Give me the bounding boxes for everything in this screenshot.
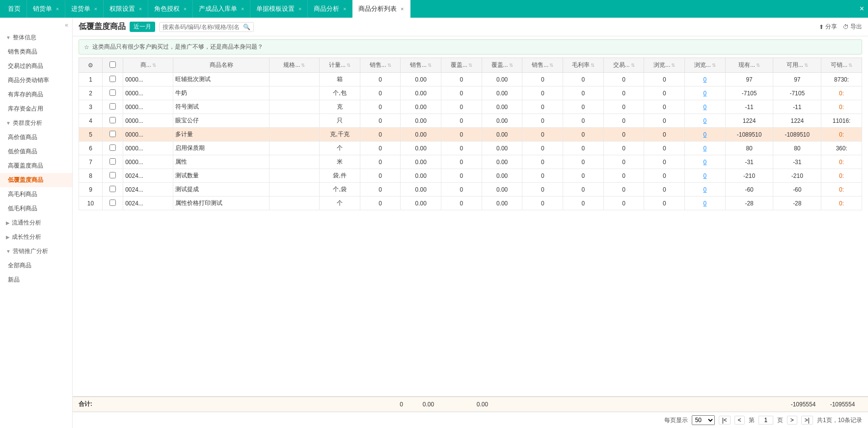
table-wrapper[interactable]: ⚙ 商...⇅ 商品名称 规格...⇅ 计量...⇅ 销售...⇅ 销售...⇅… <box>73 57 868 396</box>
sidebar-item-stock-funds[interactable]: 库存资金占用 <box>0 102 72 116</box>
cell-check[interactable] <box>103 86 123 100</box>
nav-stock-in-close[interactable]: × <box>241 6 244 12</box>
sidebar-item-stock-goods[interactable]: 有库存的商品 <box>0 87 72 102</box>
th-sales3[interactable]: 销售...⇅ <box>522 58 563 73</box>
cell-check[interactable] <box>103 73 123 86</box>
cell-check[interactable] <box>103 114 123 128</box>
cell-check[interactable] <box>103 128 123 142</box>
th-trade[interactable]: 交易...⇅ <box>603 58 644 73</box>
sidebar-item-low-margin[interactable]: 低毛利商品 <box>0 201 72 216</box>
nav-goods-analysis-list[interactable]: 商品分析列表 × <box>353 0 410 18</box>
th-check[interactable] <box>103 58 123 73</box>
cell-view2[interactable]: 0 <box>685 197 726 210</box>
th-cov2[interactable]: 覆盖...⇅ <box>482 58 522 73</box>
nav-stock-in[interactable]: 产成品入库单 × <box>193 0 250 18</box>
cell-check[interactable] <box>103 142 123 155</box>
sidebar-section-overall[interactable]: ▼ 整体信息 <box>0 30 72 45</box>
sidebar-item-high-margin[interactable]: 高毛利商品 <box>0 187 72 201</box>
th-sales1[interactable]: 销售...⇅ <box>360 58 401 73</box>
cell-view2[interactable]: 0 <box>685 142 726 155</box>
th-cov1[interactable]: 覆盖...⇅ <box>441 58 482 73</box>
cell-view2[interactable]: 0 <box>685 86 726 100</box>
sidebar-item-all-goods[interactable]: 全部商品 <box>0 258 72 273</box>
last-page-btn[interactable]: >| <box>801 416 813 425</box>
th-unit[interactable]: 计量...⇅ <box>320 58 360 73</box>
row-checkbox[interactable] <box>109 158 116 165</box>
th-view1[interactable]: 浏览...⇅ <box>644 58 685 73</box>
period-button[interactable]: 近一月 <box>130 22 155 32</box>
export-button[interactable]: ⏱ 导出 <box>843 23 862 31</box>
nav-goods-analysis-list-close[interactable]: × <box>401 6 404 12</box>
nav-permissions-close[interactable]: × <box>139 6 142 12</box>
select-all-checkbox[interactable] <box>109 61 116 68</box>
nav-template-close[interactable]: × <box>298 6 301 12</box>
sidebar-item-high-coverage[interactable]: 高覆盖度商品 <box>0 159 72 173</box>
cell-view2[interactable]: 0 <box>685 155 726 169</box>
cell-check[interactable] <box>103 183 123 197</box>
current-page-input[interactable] <box>759 416 773 425</box>
cell-check[interactable] <box>103 169 123 183</box>
cell-view2[interactable]: 0 <box>685 73 726 86</box>
th-settings[interactable]: ⚙ <box>79 58 103 73</box>
sidebar-section-flow[interactable]: ▶ 流通性分析 <box>0 216 72 230</box>
nav-purchase-close[interactable]: × <box>94 6 97 12</box>
nav-roles-close[interactable]: × <box>184 6 187 12</box>
sidebar-item-category-rate[interactable]: 商品分类动销率 <box>0 73 72 87</box>
search-icon[interactable]: 🔍 <box>243 24 250 30</box>
nav-sales[interactable]: 销货单 × <box>27 0 65 18</box>
sidebar-section-cluster[interactable]: ▼ 类群度分析 <box>0 116 72 130</box>
cell-trade: 0 <box>603 114 644 128</box>
th-avail[interactable]: 可销...⇅ <box>821 58 862 73</box>
row-checkbox[interactable] <box>109 89 116 96</box>
cell-view2[interactable]: 0 <box>685 128 726 142</box>
cell-view2[interactable]: 0 <box>685 169 726 183</box>
gear-icon[interactable]: ⚙ <box>88 62 93 69</box>
sidebar-collapse-btn[interactable]: « <box>0 20 72 30</box>
nav-sales-close[interactable]: × <box>56 6 59 12</box>
next-page-btn[interactable]: > <box>787 416 797 425</box>
prev-page-btn[interactable]: < <box>734 416 745 425</box>
window-close-icon[interactable]: × <box>860 4 864 13</box>
th-code[interactable]: 商...⇅ <box>123 58 173 73</box>
sidebar-item-traded-goods[interactable]: 交易过的商品 <box>0 59 72 73</box>
nav-home[interactable]: 首页 <box>2 0 27 18</box>
th-stock2[interactable]: 可用...⇅ <box>773 58 821 73</box>
share-button[interactable]: ⬆ 分享 <box>819 23 837 31</box>
nav-purchase[interactable]: 进货单 × <box>65 0 104 18</box>
th-margin[interactable]: 毛利率⇅ <box>563 58 604 73</box>
nav-goods-analysis[interactable]: 商品分析 × <box>308 0 353 18</box>
sidebar-item-low-coverage[interactable]: 低覆盖度商品 <box>0 173 72 187</box>
row-checkbox[interactable] <box>109 76 116 82</box>
cell-check[interactable] <box>103 197 123 210</box>
row-checkbox[interactable] <box>109 186 116 192</box>
sidebar-item-new-goods[interactable]: 新品 <box>0 273 72 287</box>
first-page-btn[interactable]: |< <box>719 416 731 425</box>
row-checkbox[interactable] <box>109 172 116 178</box>
nav-roles[interactable]: 角色授权 × <box>148 0 193 18</box>
sidebar-item-low-value[interactable]: 低价值商品 <box>0 144 72 159</box>
th-name[interactable]: 商品名称 <box>173 58 269 73</box>
search-input[interactable] <box>163 24 241 30</box>
nav-permissions[interactable]: 权限设置 × <box>104 0 148 18</box>
cell-view2[interactable]: 0 <box>685 183 726 197</box>
row-checkbox[interactable] <box>109 144 116 151</box>
sidebar-item-high-value[interactable]: 高价值商品 <box>0 130 72 144</box>
row-checkbox[interactable] <box>109 117 116 123</box>
nav-template[interactable]: 单据模板设置 × <box>250 0 308 18</box>
th-stock1[interactable]: 现有...⇅ <box>725 58 773 73</box>
sidebar-item-sales-goods[interactable]: 销售类商品 <box>0 45 72 59</box>
sidebar-section-marketing[interactable]: ▼ 营销推广分析 <box>0 244 72 258</box>
sidebar-section-growth[interactable]: ▶ 成长性分析 <box>0 230 72 244</box>
row-checkbox[interactable] <box>109 200 116 206</box>
cell-check[interactable] <box>103 155 123 169</box>
row-checkbox[interactable] <box>109 131 116 137</box>
cell-view2[interactable]: 0 <box>685 114 726 128</box>
per-page-select[interactable]: 50 10 20 100 <box>692 415 715 425</box>
th-spec[interactable]: 规格...⇅ <box>269 58 319 73</box>
nav-goods-analysis-close[interactable]: × <box>343 6 346 12</box>
cell-check[interactable] <box>103 100 123 114</box>
row-checkbox[interactable] <box>109 103 116 110</box>
th-sales2[interactable]: 销售...⇅ <box>401 58 441 73</box>
th-view2[interactable]: 浏览...⇅ <box>685 58 726 73</box>
cell-view2[interactable]: 0 <box>685 100 726 114</box>
